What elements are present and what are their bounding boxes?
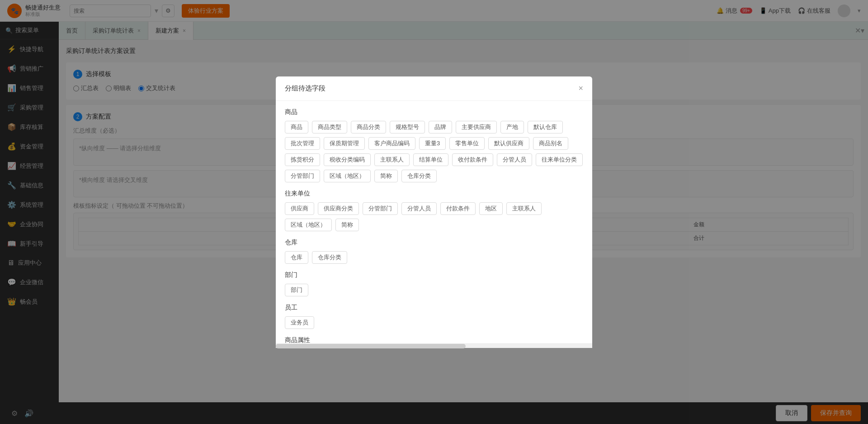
field-grid: 仓库仓库分类 [285,251,583,264]
section-title: 仓库 [285,238,583,247]
field-tag-规格型号[interactable]: 规格型号 [390,121,425,133]
modal-dialog: 分组待选字段 × 商品商品商品类型商品分类规格型号品牌主要供应商产地默认仓库批次… [276,76,592,348]
modal-title: 分组待选字段 [285,84,326,93]
field-tag-默认供应商[interactable]: 默认供应商 [488,137,529,150]
section-title: 员工 [285,304,583,312]
field-tag-分管部门[interactable]: 分管部门 [285,170,320,182]
field-tag-商品分类[interactable]: 商品分类 [351,121,386,133]
field-tag-业务员[interactable]: 业务员 [285,316,314,329]
field-tag-区域（地区）[interactable]: 区域（地区） [324,170,371,182]
modal-section-仓库: 仓库仓库仓库分类 [285,238,583,264]
section-title: 往来单位 [285,190,583,198]
field-tag-分管部门[interactable]: 分管部门 [363,202,398,215]
field-tag-仓库分类[interactable]: 仓库分类 [401,170,437,182]
modal-scrollbar-track [276,343,592,348]
field-tag-税收分类编码[interactable]: 税收分类编码 [324,153,371,166]
modal-body: 商品商品商品类型商品分类规格型号品牌主要供应商产地默认仓库批次管理保质期管理客户… [276,101,592,343]
field-tag-简称[interactable]: 简称 [335,219,359,231]
field-tag-部门[interactable]: 部门 [285,284,308,296]
modal-section-商品属性: 商品属性属性颜色多规格尺码鞋码1 [285,336,583,343]
field-tag-区域（地区）[interactable]: 区域（地区） [285,219,332,231]
modal-close-button[interactable]: × [578,84,583,93]
field-tag-分管人员[interactable]: 分管人员 [497,153,532,166]
modal-header: 分组待选字段 × [276,76,592,101]
field-tag-往来单位分类[interactable]: 往来单位分类 [536,153,583,166]
field-tag-商品类型[interactable]: 商品类型 [312,121,347,133]
modal-overlay: 分组待选字段 × 商品商品商品类型商品分类规格型号品牌主要供应商产地默认仓库批次… [0,0,868,424]
field-grid: 业务员 [285,316,583,329]
field-tag-商品别名[interactable]: 商品别名 [533,137,568,150]
modal-section-部门: 部门部门 [285,271,583,296]
modal-scrollbar-thumb[interactable] [276,344,466,348]
field-tag-结算单位[interactable]: 结算单位 [413,153,448,166]
modal-section-员工: 员工业务员 [285,304,583,329]
field-tag-仓库分类[interactable]: 仓库分类 [312,251,347,264]
modal-section-往来单位: 往来单位供应商供应商分类分管部门分管人员付款条件地区主联系人区域（地区）简称 [285,190,583,231]
section-title: 商品属性 [285,336,583,343]
field-tag-仓库[interactable]: 仓库 [285,251,308,264]
field-tag-地区[interactable]: 地区 [479,202,503,215]
field-tag-主联系人[interactable]: 主联系人 [374,153,410,166]
field-grid: 商品商品类型商品分类规格型号品牌主要供应商产地默认仓库批次管理保质期管理客户商品… [285,121,583,182]
field-tag-收付款条件[interactable]: 收付款条件 [452,153,493,166]
field-tag-分管人员[interactable]: 分管人员 [401,202,437,215]
field-tag-供应商分类[interactable]: 供应商分类 [318,202,359,215]
field-grid: 部门 [285,284,583,296]
field-tag-客户商品编码[interactable]: 客户商品编码 [368,137,415,150]
section-title: 部门 [285,271,583,279]
field-tag-产地[interactable]: 产地 [500,121,524,133]
field-tag-保质期管理[interactable]: 保质期管理 [324,137,365,150]
field-grid: 供应商供应商分类分管部门分管人员付款条件地区主联系人区域（地区）简称 [285,202,583,231]
modal-section-商品: 商品商品商品类型商品分类规格型号品牌主要供应商产地默认仓库批次管理保质期管理客户… [285,108,583,182]
field-tag-简称[interactable]: 简称 [374,170,398,182]
field-tag-主联系人[interactable]: 主联系人 [506,202,542,215]
field-tag-零售单位[interactable]: 零售单位 [449,137,485,150]
field-tag-批次管理[interactable]: 批次管理 [285,137,320,150]
field-tag-默认仓库[interactable]: 默认仓库 [528,121,563,133]
field-tag-商品[interactable]: 商品 [285,121,308,133]
section-title: 商品 [285,108,583,116]
field-tag-供应商[interactable]: 供应商 [285,202,314,215]
field-tag-拣货积分[interactable]: 拣货积分 [285,153,320,166]
field-tag-重量3[interactable]: 重量3 [419,137,446,150]
field-tag-品牌[interactable]: 品牌 [429,121,452,133]
field-tag-付款条件[interactable]: 付款条件 [440,202,476,215]
field-tag-主要供应商[interactable]: 主要供应商 [456,121,497,133]
